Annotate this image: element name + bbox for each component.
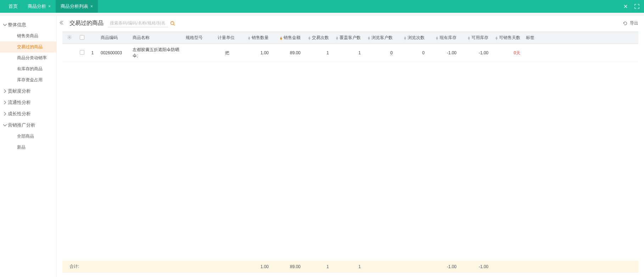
export-label: 导出 xyxy=(630,20,638,26)
sidebar-group-label: 营销推广分析 xyxy=(8,122,35,128)
sidebar-item-label: 有库存的商品 xyxy=(17,66,43,71)
cell-customers: 1 xyxy=(332,44,364,62)
sidebar-item-label: 销售类商品 xyxy=(17,33,38,38)
band-divider xyxy=(0,13,644,16)
sort-icon: ▲▼ xyxy=(467,36,471,40)
cell-code: 002600003 xyxy=(98,44,130,62)
sidebar-item-label: 商品分类动销率 xyxy=(17,55,47,60)
sidebar-group-label: 成长性分析 xyxy=(8,111,31,117)
chevron-right-icon xyxy=(3,111,7,116)
col-gear[interactable] xyxy=(62,32,77,44)
sort-icon: ▲▼ xyxy=(367,36,371,40)
cell-qty: 1.00 xyxy=(240,44,271,62)
cell-trades: 1 xyxy=(303,44,332,62)
tab-label: 首页 xyxy=(9,3,18,10)
table-header-row: 商品编码 商品名称 规格型号 计量单位 ▲▼销售数量 ▲▼销售金额 ▲▼交易次数… xyxy=(62,32,638,44)
tab-label: 商品分析列表 xyxy=(61,3,88,10)
table-footer: 合计: 1.00 89.00 1 1 -1.00 -1.00 xyxy=(57,258,644,277)
export-button[interactable]: 导出 xyxy=(623,20,638,26)
sidebar-group-marketing[interactable]: 营销推广分析 xyxy=(0,120,56,131)
chevron-down-icon xyxy=(3,123,7,128)
sort-icon: ▲▼ xyxy=(247,36,251,40)
col-qty[interactable]: ▲▼销售数量 xyxy=(240,32,271,44)
table-wrap: 商品编码 商品名称 规格型号 计量单位 ▲▼销售数量 ▲▼销售金额 ▲▼交易次数… xyxy=(57,32,644,258)
cell-unit: 把 xyxy=(215,44,240,62)
cell-gear xyxy=(62,44,77,62)
col-stock-now[interactable]: ▲▼现有库存 xyxy=(427,32,459,44)
close-all-icon[interactable] xyxy=(621,2,630,11)
footer-total-row: 合计: 1.00 89.00 1 1 -1.00 -1.00 xyxy=(62,261,638,273)
top-tabbar: 首页 商品分析 × 商品分析列表 × xyxy=(0,0,644,13)
gear-icon xyxy=(67,35,72,40)
col-days[interactable]: ▲▼可销售天数 xyxy=(491,32,523,44)
search-input[interactable] xyxy=(108,19,168,27)
search-wrap xyxy=(108,19,175,27)
footer-stock-now: -1.00 xyxy=(427,261,459,273)
sidebar-item-instock-products[interactable]: 有库存的商品 xyxy=(0,63,56,74)
sidebar-group-contribution[interactable]: 贡献度分析 xyxy=(0,85,56,97)
sidebar-item-new-products[interactable]: 新品 xyxy=(0,142,56,153)
sidebar-item-all-products[interactable]: 全部商品 xyxy=(0,131,56,142)
footer-days xyxy=(491,261,523,273)
sidebar-group-label: 贡献度分析 xyxy=(8,88,31,94)
sidebar-item-traded-products[interactable]: 交易过的商品 xyxy=(0,41,56,52)
col-browse-times[interactable]: ▲▼浏览次数 xyxy=(396,32,427,44)
col-tags[interactable]: 标签 xyxy=(523,32,638,44)
sidebar-group-liquidity[interactable]: 流通性分析 xyxy=(0,97,56,108)
col-spec[interactable]: 规格型号 xyxy=(183,32,215,44)
cell-checkbox[interactable] xyxy=(77,44,87,62)
close-icon[interactable]: × xyxy=(48,4,51,9)
chevron-right-icon xyxy=(3,100,7,105)
chevron-down-icon xyxy=(3,22,7,27)
svg-point-1 xyxy=(69,37,70,38)
col-browse-customers[interactable]: ▲▼浏览客户数 xyxy=(364,32,396,44)
checkbox-icon xyxy=(80,35,84,40)
table-row[interactable]: 1 002600003 左都胶囊五折遮阳伞防晒伞; 把 1.00 89.00 1… xyxy=(62,44,638,62)
checkbox-icon xyxy=(80,50,84,55)
sidebar-item-label: 全部商品 xyxy=(17,134,34,139)
sidebar: 整体信息 销售类商品 交易过的商品 商品分类动销率 有库存的商品 库存资金占用 … xyxy=(0,16,57,277)
col-customers[interactable]: ▲▼覆盖客户数 xyxy=(332,32,364,44)
sort-icon: ▲▼ xyxy=(495,36,498,40)
footer-amount: 89.00 xyxy=(271,261,303,273)
sidebar-item-label: 新品 xyxy=(17,145,26,150)
close-icon[interactable]: × xyxy=(90,4,93,9)
collapse-sidebar-icon[interactable] xyxy=(57,18,65,27)
footer-qty: 1.00 xyxy=(240,261,271,273)
fullscreen-icon[interactable] xyxy=(633,2,641,11)
sidebar-item-category-rate[interactable]: 商品分类动销率 xyxy=(0,52,56,63)
cell-spec xyxy=(183,44,215,62)
col-name[interactable]: 商品名称 xyxy=(130,32,183,44)
svg-point-0 xyxy=(171,21,174,24)
col-amount[interactable]: ▲▼销售金额 xyxy=(271,32,303,44)
tab-label: 商品分析 xyxy=(28,3,46,10)
sidebar-group-overall[interactable]: 整体信息 xyxy=(0,19,56,31)
tab-home[interactable]: 首页 xyxy=(4,0,23,13)
col-checkbox[interactable] xyxy=(77,32,87,44)
search-icon[interactable] xyxy=(170,21,175,26)
cell-browse-customers[interactable]: 0 xyxy=(364,44,396,62)
sidebar-item-inventory-funds[interactable]: 库存资金占用 xyxy=(0,74,56,85)
footer-browse-times xyxy=(396,261,427,273)
sort-icon: ▲▼ xyxy=(335,36,339,40)
footer-label: 合计: xyxy=(62,261,98,273)
tab-product-analysis-list[interactable]: 商品分析列表 × xyxy=(56,0,98,13)
sidebar-group-growth[interactable]: 成长性分析 xyxy=(0,108,56,120)
cell-amount: 89.00 xyxy=(271,44,303,62)
cell-idx: 1 xyxy=(87,44,98,62)
cell-name: 左都胶囊五折遮阳伞防晒伞; xyxy=(130,44,183,62)
sort-icon: ▲▼ xyxy=(279,36,283,40)
sidebar-item-label: 库存资金占用 xyxy=(17,77,43,82)
col-code[interactable]: 商品编码 xyxy=(98,32,130,44)
footer-stock-avail: -1.00 xyxy=(459,261,491,273)
sidebar-item-label: 交易过的商品 xyxy=(17,44,43,49)
tab-product-analysis[interactable]: 商品分析 × xyxy=(23,0,56,13)
col-unit[interactable]: 计量单位 xyxy=(215,32,240,44)
col-stock-avail[interactable]: ▲▼可用库存 xyxy=(459,32,491,44)
footer-trades: 1 xyxy=(303,261,332,273)
sidebar-item-sales-products[interactable]: 销售类商品 xyxy=(0,31,56,41)
col-trades[interactable]: ▲▼交易次数 xyxy=(303,32,332,44)
cell-browse-times: 0 xyxy=(396,44,427,62)
data-table: 商品编码 商品名称 规格型号 计量单位 ▲▼销售数量 ▲▼销售金额 ▲▼交易次数… xyxy=(62,32,638,62)
footer-customers: 1 xyxy=(332,261,364,273)
